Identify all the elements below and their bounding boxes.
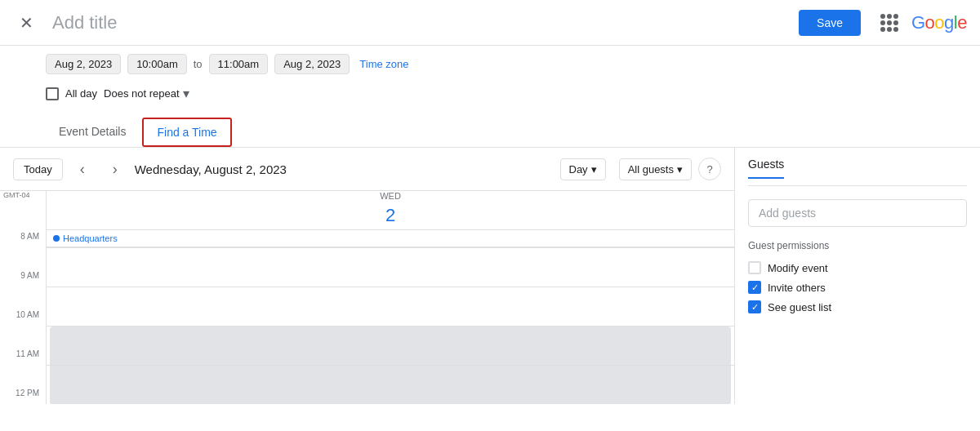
help-button[interactable]: ? [698, 158, 721, 180]
gmt-label: GMT-04 [3, 191, 30, 199]
allday-row: All day Does not repeat ▾ [0, 82, 980, 104]
modify-event-label: Modify event [768, 262, 828, 274]
prev-button[interactable]: ‹ [69, 156, 96, 182]
calendar-date-label: Wednesday, August 2, 2023 [135, 162, 554, 176]
modify-event-checkbox[interactable] [748, 261, 761, 274]
today-button[interactable]: Today [13, 158, 63, 180]
chevron-down-icon: ▾ [591, 163, 597, 176]
next-button[interactable]: › [102, 156, 128, 182]
title-input[interactable] [52, 12, 786, 33]
time-slot-8am: 8 AM [0, 230, 46, 269]
view-label: Day [569, 163, 588, 176]
view-select[interactable]: Day ▾ [560, 158, 606, 180]
allday-checkbox[interactable] [46, 87, 59, 100]
permission-invite-others: Invite others [748, 278, 967, 297]
time-slot-11am: 11 AM [0, 348, 46, 387]
invite-others-checkbox[interactable] [748, 281, 761, 294]
tab-event-details[interactable]: Event Details [46, 118, 139, 146]
day-column: WED 2 Headquarters [46, 191, 734, 404]
time-label-8am: 8 AM [20, 232, 39, 241]
save-button[interactable]: Save [799, 10, 861, 36]
datetime-row: Aug 2, 2023 10:00am to 11:00am Aug 2, 20… [0, 46, 980, 82]
repeat-label: Does not repeat [104, 87, 180, 100]
permission-see-guest-list: See guest list [748, 297, 967, 317]
add-guests-input[interactable] [748, 199, 967, 227]
time-label-11am: 11 AM [16, 349, 39, 358]
allday-label: All day [65, 87, 97, 100]
apps-icon[interactable] [880, 14, 898, 32]
day-abbr: WED [380, 191, 401, 201]
end-date-button[interactable]: Aug 2, 2023 [274, 54, 350, 74]
start-date-button[interactable]: Aug 2, 2023 [46, 54, 121, 74]
all-day-events: Headquarters [47, 230, 734, 247]
close-icon: ✕ [20, 13, 33, 33]
timezone-button[interactable]: Time zone [359, 58, 408, 70]
guests-select-label: All guests [628, 163, 674, 176]
see-guest-list-label: See guest list [768, 301, 831, 313]
permission-modify-event: Modify event [748, 258, 967, 278]
event-block[interactable] [50, 327, 731, 404]
calendar-section: Today ‹ › Wednesday, August 2, 2023 Day … [0, 148, 735, 404]
end-time-button[interactable]: 11:00am [209, 54, 269, 74]
close-button[interactable]: ✕ [13, 10, 39, 36]
help-icon: ? [706, 163, 712, 176]
calendar-toolbar: Today ‹ › Wednesday, August 2, 2023 Day … [0, 148, 734, 191]
day-header: WED 2 [47, 191, 734, 230]
time-slot-12pm: 12 PM [0, 387, 46, 404]
top-right-area: Google [880, 12, 967, 33]
guests-select[interactable]: All guests ▾ [619, 158, 692, 180]
hour-row-10 [47, 326, 734, 365]
tabs-row: Event Details Find a Time [0, 111, 980, 148]
guests-tab-label: Guests [748, 158, 784, 179]
hour-row-8 [47, 247, 734, 287]
chevron-down-icon: ▾ [677, 163, 683, 176]
headquarters-event[interactable]: Headquarters [50, 232, 731, 245]
time-grid[interactable] [47, 247, 734, 404]
main-content: Today ‹ › Wednesday, August 2, 2023 Day … [0, 148, 980, 404]
chevron-down-icon: ▾ [183, 86, 189, 101]
time-label-12pm: 12 PM [16, 389, 39, 398]
top-bar: ✕ Save Google [0, 0, 980, 46]
invite-others-label: Invite others [768, 282, 826, 294]
event-dot [53, 235, 60, 242]
event-title: Headquarters [63, 233, 118, 243]
time-slot-9am: 9 AM [0, 269, 46, 309]
hour-row-9 [47, 287, 734, 326]
start-time-button[interactable]: 10:00am [127, 54, 187, 74]
calendar-body: GMT-04 8 AM 9 AM 10 AM 11 AM 12 PM [0, 191, 734, 404]
guests-panel: Guests Guest permissions Modify event In… [735, 148, 980, 404]
permissions-label: Guest permissions [748, 240, 967, 251]
tab-find-a-time[interactable]: Find a Time [142, 118, 231, 147]
google-logo: Google [911, 12, 967, 33]
time-label-10am: 10 AM [16, 310, 39, 319]
repeat-dropdown[interactable]: Does not repeat ▾ [104, 86, 189, 101]
see-guest-list-checkbox[interactable] [748, 300, 761, 313]
time-slot-10am: 10 AM [0, 309, 46, 348]
to-label: to [194, 58, 203, 70]
time-gutter: GMT-04 8 AM 9 AM 10 AM 11 AM 12 PM [0, 191, 46, 404]
day-number[interactable]: 2 [374, 201, 407, 229]
time-label-9am: 9 AM [20, 271, 39, 280]
